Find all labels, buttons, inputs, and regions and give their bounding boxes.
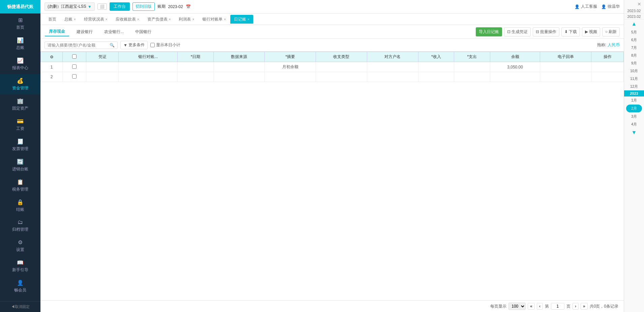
sidebar-item-home[interactable]: ⊞ 首页 [0,13,40,34]
guide-icon: 📖 [17,259,24,266]
page-input[interactable] [551,303,564,310]
batch-operation-button[interactable]: ⊟ 批量操作 [533,27,559,36]
cal-month-7[interactable]: 7月 [624,44,644,52]
cal-month-2023-1[interactable]: 1月 [624,96,644,104]
row-summary-1: 月初余额 [265,62,316,72]
assets-icon: 🏢 [17,98,24,104]
col-checkbox[interactable] [63,52,86,62]
sidebar-label-finance: 资金管理 [12,85,28,91]
more-filter-button[interactable]: ▼ 更多条件 [120,41,148,49]
sort-value[interactable]: 人民币 [608,42,620,48]
tab-receivable-label: 应收账款表 [116,17,136,22]
col-date: *日期 [178,52,214,62]
calendar-close-button[interactable]: ✕ [624,0,644,8]
tab-receivable[interactable]: 应收账款表 × [112,15,143,24]
tab-bankbook-close[interactable]: × [224,18,226,21]
bank-tab-agriculture[interactable]: 农业银行... [100,27,128,36]
sidebar-label-close: 结账 [16,207,24,212]
bank-tab-construction[interactable]: 建设银行 [72,27,97,36]
worktable-button[interactable]: 工作台 [110,2,130,11]
tab-ledger[interactable]: 总账 × [61,15,80,24]
sidebar-item-archive[interactable]: 🗂 归档管理 [0,216,40,236]
customer-service[interactable]: 👤 人工客服 [575,4,597,9]
batch-icon: ⊟ [536,29,539,34]
daily-subtotal-checkbox[interactable] [150,43,155,47]
per-page-select[interactable]: 100 50 200 [508,303,526,310]
main-content: (勿删）江西超宝-LSS ▼ ⬜ 工作台 切到旧版 账期 2023-02 📅 👤… [40,0,624,312]
company-selector[interactable]: (勿删）江西超宝-LSS ▼ [45,2,95,11]
col-settings[interactable]: ⚙ [41,52,63,62]
switch-version-button[interactable]: 切到旧版 [133,2,155,11]
tab-home[interactable]: 首页 [45,15,60,24]
tab-ledger-label: 总账 [64,17,72,22]
tab-assets[interactable]: 资产负债表 × [144,15,175,24]
import-diary-button[interactable]: 导入日记账 [476,27,502,36]
calendar-nav-down[interactable]: ▼ [632,130,637,136]
select-all-checkbox[interactable] [72,54,77,59]
sidebar-item-member[interactable]: 👤 畅会员 [0,276,40,296]
sidebar-item-guide[interactable]: 📖 新手引导 [0,256,40,276]
reports-icon: 📈 [17,57,24,64]
bank-tab-cash[interactable]: 库存现金 [45,27,69,36]
sidebar-bottom: ◀取消固定 [0,301,40,312]
cal-month-2023-3[interactable]: 3月 [624,113,644,120]
show-daily-checkbox[interactable]: 显示本日小计 [150,42,180,48]
row-checkbox-2[interactable] [72,74,77,79]
sidebar-item-ledger[interactable]: 📊 总账 [0,34,40,54]
cal-month-8[interactable]: 8月 [624,52,644,59]
sidebar-item-purchase[interactable]: 🔄 进销台账 [0,155,40,175]
period-calendar-icon[interactable]: 📅 [186,4,191,9]
search-input[interactable] [48,43,108,48]
sidebar-item-assets[interactable]: 🏢 固定资产 [0,94,40,115]
sidebar-label-invoice: 发票管理 [12,146,28,152]
tab-diary-close[interactable]: × [247,18,250,21]
first-page-button[interactable]: « [528,303,535,310]
next-page-button[interactable]: › [573,303,579,310]
period-value: 2023-02 [168,4,183,9]
cal-month-9[interactable]: 9月 [624,59,644,67]
tab-status-close[interactable]: × [106,18,108,21]
sidebar-item-tax[interactable]: 📋 税务管理 [0,175,40,196]
prev-page-button[interactable]: ‹ [537,303,543,310]
sidebar-item-settings[interactable]: ⚙ 设置 [0,236,40,256]
archive-icon: 🗂 [18,219,23,225]
tab-profit-close[interactable]: × [192,18,194,21]
row-check-1[interactable] [63,62,86,72]
cal-month-11[interactable]: 11月 [624,75,644,83]
unpin-btn[interactable]: ◀取消固定 [0,302,40,312]
user-profile[interactable]: 👤 徐温华 [601,4,620,9]
copy-button[interactable]: ⬜ [97,3,107,10]
row-checkbox-1[interactable] [72,64,77,69]
tab-assets-close[interactable]: × [169,18,171,21]
sidebar-label-home: 首页 [16,25,24,30]
cal-month-5[interactable]: 5月 [624,28,644,36]
generate-voucher-button[interactable]: ⊡ 生成凭证 [504,27,531,36]
last-page-button[interactable]: » [581,303,588,310]
cal-month-2023-4[interactable]: 4月 [624,120,644,128]
cal-month-10[interactable]: 10月 [624,67,644,75]
refresh-button[interactable]: ○ 刷新 [602,27,620,36]
video-button[interactable]: ▶ 视频 [582,27,600,36]
calendar-nav-up[interactable]: ▲ [632,21,637,27]
cal-month-6[interactable]: 6月 [624,36,644,44]
sidebar-item-close[interactable]: 🔒 结账 [0,196,40,216]
tab-diary[interactable]: 日记账 × [230,15,253,24]
tab-ledger-close[interactable]: × [74,18,76,21]
sidebar-item-reports[interactable]: 📈 报表中心 [0,54,40,74]
download-button[interactable]: ⬇ 下载 [561,27,580,36]
bank-tab-china[interactable]: 中国银行 [131,27,156,36]
sidebar-item-salary[interactable]: 💳 工资 [0,115,40,135]
tab-receivable-close[interactable]: × [137,18,139,21]
sidebar-label-salary: 工资 [16,126,24,132]
row-bank-1 [119,62,178,72]
row-check-2[interactable] [63,72,86,82]
calendar-panel: ✕ 2023.02 2023.02 ▲ 5月 6月 7月 8月 9月 10月 1… [624,0,644,312]
tab-status[interactable]: 经营状况表 × [80,15,111,24]
cal-month-2023-2[interactable]: 2月 [626,105,642,112]
sidebar-item-finance[interactable]: 💰 资金管理 [0,74,40,94]
tab-bankbook[interactable]: 银行对账单 × [199,15,230,24]
cal-month-12[interactable]: 12月 [624,83,644,90]
tab-profit[interactable]: 利润表 × [175,15,198,24]
sidebar-item-invoice[interactable]: 🧾 发票管理 [0,135,40,155]
row-source-1 [213,62,265,72]
